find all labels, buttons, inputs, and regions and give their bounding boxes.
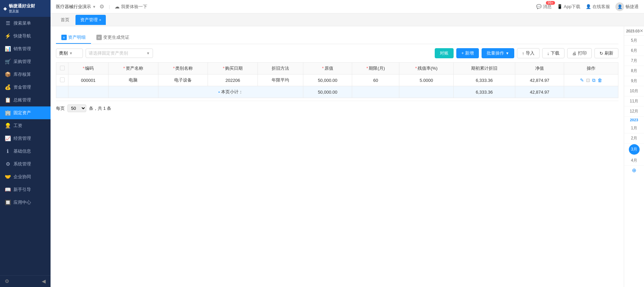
timeline-month-2月[interactable]: 2月 [624, 133, 644, 144]
timeline-month-10月[interactable]: 10月 [624, 86, 644, 96]
timeline-months-curr: 1月2月3月4月 [624, 123, 644, 166]
table-row: 000001 电脑 电子设备 202206 年限平均 50,000.00 60 … [56, 74, 618, 86]
avatar: 👤 [615, 2, 624, 11]
tab-首页[interactable]: 首页 [56, 15, 74, 25]
sidebar-label: 搜索菜单 [13, 20, 31, 26]
sidebar-item-应用中心[interactable]: 🔲应用中心 [0, 196, 51, 209]
timeline-close-icon[interactable]: ✕ [640, 28, 643, 33]
th-actions: 操作 [564, 63, 618, 74]
sidebar-item-销售管理[interactable]: 📊销售管理 [0, 42, 51, 55]
timeline-month-8月[interactable]: 8月 [624, 66, 644, 76]
row-checkbox-cell [56, 74, 68, 86]
row-original-value: 50,000.00 [303, 74, 352, 86]
sidebar-label: 资金管理 [13, 84, 31, 90]
messages-button[interactable]: 💬 消息 99+ [536, 4, 552, 10]
total-text: 条，共 1 条 [89, 105, 111, 111]
app-version: 普及版 [9, 9, 35, 14]
username: 畅捷通 [625, 4, 639, 10]
sidebar-item-经营管理[interactable]: 📈经营管理 [0, 132, 51, 145]
row-category: 电子设备 [158, 74, 208, 86]
subtotal-original-value: 50,000.00 [303, 86, 352, 98]
sidebar-scroll: ☰搜索菜单⚡快捷导航📊销售管理🛒采购管理📦库存核算💰资金管理📋总账管理🏢固定资产… [0, 17, 51, 275]
sidebar-label: 新手引导 [13, 187, 31, 193]
delete-icon[interactable]: 🗑 [597, 77, 602, 83]
batch-ops-button[interactable]: 批量操作 ▼ [482, 48, 514, 58]
row-net-value: 42,874.97 [515, 74, 564, 86]
settings-icon[interactable]: ⚙ [5, 278, 9, 284]
timeline-month-5月[interactable]: 5月 [624, 36, 644, 46]
sidebar-item-工资[interactable]: 👷工资 [0, 119, 51, 132]
cloud-icon: ☁ [115, 4, 120, 10]
sidebar-item-采购管理[interactable]: 🛒采购管理 [0, 55, 51, 68]
filter-dropdown-icon: ▼ [69, 51, 73, 55]
reconcile-label: 对账 [440, 50, 449, 56]
category-placeholder: 请选择固定资产类别 [89, 50, 128, 56]
print-label: 打印 [578, 50, 587, 56]
tab-资产管理[interactable]: 资产管理× [75, 15, 106, 25]
page-size-select[interactable]: 50 10 20 100 [67, 104, 86, 112]
collapse-icon[interactable]: ◀ [42, 278, 46, 284]
row-dep-method: 年限平均 [258, 74, 303, 86]
row-purchase-date: 202206 [208, 74, 258, 86]
reconcile-button[interactable]: 对账 [435, 48, 454, 58]
download-label: 下载 [551, 50, 559, 56]
timeline-month-4月[interactable]: 4月 [624, 156, 644, 166]
download-button[interactable]: ↓ 下载 [542, 48, 565, 58]
topbar-right: 💬 消息 99+ 📱 App下载 👤 在线客服 👤 畅捷通 [536, 2, 639, 11]
sidebar-label: 企业协同 [13, 174, 31, 180]
category-label: 类别 [59, 50, 68, 56]
user-menu[interactable]: 👤 畅捷通 [615, 2, 639, 11]
sidebar-item-资金管理[interactable]: 💰资金管理 [0, 81, 51, 94]
tab-close-icon[interactable]: × [99, 18, 101, 22]
sidebar-item-新手引导[interactable]: 📖新手引导 [0, 183, 51, 196]
timeline-year-label: 2023 [624, 117, 644, 123]
timeline-month-1月[interactable]: 1月 [624, 123, 644, 133]
category-select-input[interactable]: 请选择固定资产类别 ▼ [86, 49, 153, 58]
row-checkbox[interactable] [60, 77, 65, 82]
more-icon[interactable]: ⧉ [592, 77, 595, 83]
sidebar-label: 经营管理 [13, 135, 31, 141]
app-download-button[interactable]: 📱 App下载 [557, 4, 580, 10]
timeline-month-12月[interactable]: 12月 [624, 106, 644, 117]
export-button[interactable]: ↑ 导入 [517, 48, 540, 58]
timeline-month-6月[interactable]: 6月 [624, 46, 644, 56]
sidebar-item-搜索菜单[interactable]: ☰搜索菜单 [0, 17, 51, 30]
app-name: 畅捷通好业财 [9, 3, 35, 9]
sidebar-item-固定资产[interactable]: 🏢固定资产 [0, 106, 51, 119]
th-checkbox [56, 63, 68, 74]
sidebar-item-快捷导航[interactable]: ⚡快捷导航 [0, 30, 51, 42]
edit-icon[interactable]: ✎ [580, 77, 584, 83]
logo-icon: ◈ [3, 6, 7, 11]
sidebar-item-总账管理[interactable]: 📋总账管理 [0, 94, 51, 106]
timeline-panel: 2023.03 ✕ ⤢ 5月6月7月8月9月10月11月12月 2023 1月2… [624, 26, 644, 287]
sub-tab-资产明细[interactable]: ≡资产明细 [56, 32, 91, 44]
new-button[interactable]: + 新增 [456, 48, 479, 58]
timeline-month-9月[interactable]: 9月 [624, 76, 644, 86]
sub-tab-变更生成凭证[interactable]: ≡变更生成凭证 [91, 32, 135, 44]
sidebar-icon: 🔲 [5, 199, 11, 205]
timeline-expand-button[interactable]: ⊕ [624, 166, 644, 175]
timeline-month-11月[interactable]: 11月 [624, 96, 644, 106]
company-selector[interactable]: 医疗器械行业演示 ▼ [56, 4, 96, 10]
subtotal-row: ▪ 本页小计： 50,000.00 6,333.36 42,874.97 [56, 86, 618, 98]
sidebar-item-基础信息[interactable]: ℹ基础信息 [0, 145, 51, 158]
refresh-button[interactable]: ↻ 刷新 [594, 48, 618, 58]
gear-icon[interactable]: ⚙ [99, 3, 104, 10]
timeline-month-3月[interactable]: 3月 [629, 144, 640, 155]
sidebar-item-库存核算[interactable]: 📦库存核算 [0, 68, 51, 81]
print-button[interactable]: 🖨 打印 [567, 48, 592, 58]
sidebar-item-系统管理[interactable]: ⚙系统管理 [0, 158, 51, 170]
timeline-month-7月[interactable]: 7月 [624, 56, 644, 66]
sidebar-icon: 🏢 [5, 110, 11, 116]
sidebar-item-企业协同[interactable]: 🤝企业协同 [0, 170, 51, 183]
sidebar-label: 总账管理 [13, 97, 31, 103]
copy-icon[interactable]: ⊡ [586, 77, 590, 83]
subtotal-empty3 [108, 86, 158, 98]
online-service-button[interactable]: 👤 在线客服 [586, 4, 610, 10]
experience-link[interactable]: ☁ 我要体验一下 [115, 4, 147, 10]
category-type-filter[interactable]: 类别 ▼ [56, 49, 83, 58]
sidebar-label: 基础信息 [13, 148, 31, 154]
subtotal-empty4 [352, 86, 399, 98]
toolbar-right: 对账 + 新增 批量操作 ▼ ↑ 导入 ↓ 下载 [435, 48, 618, 58]
select-all-checkbox[interactable] [60, 66, 65, 70]
